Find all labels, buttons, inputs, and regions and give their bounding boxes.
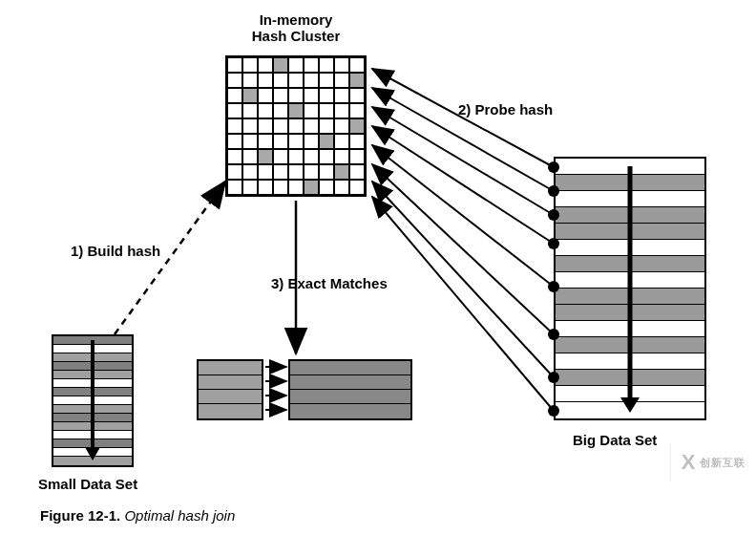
hash-cell xyxy=(319,73,334,88)
probe-arrow xyxy=(372,145,554,287)
hash-cluster-grid xyxy=(225,55,367,197)
hash-cell xyxy=(319,57,334,73)
hash-cell xyxy=(304,88,319,103)
hash-cluster-title: In-memory Hash Cluster xyxy=(220,11,372,44)
hash-cell xyxy=(242,149,258,164)
hash-cell xyxy=(273,149,288,164)
probe-arrow xyxy=(372,69,554,167)
hash-cell xyxy=(273,134,288,149)
hash-cell xyxy=(227,57,242,73)
hash-cell xyxy=(242,118,258,134)
hash-cell xyxy=(349,164,365,180)
figure-caption: Figure 12-1. Optimal hash join xyxy=(40,507,235,524)
hash-cell xyxy=(242,103,258,118)
hash-cell xyxy=(242,164,258,180)
hash-cell xyxy=(334,57,349,73)
hash-cell xyxy=(273,180,288,195)
probe-arrow xyxy=(372,107,554,215)
hash-cell xyxy=(258,118,273,134)
hash-cell xyxy=(334,164,349,180)
hash-cell xyxy=(304,73,319,88)
probe-arrow xyxy=(372,164,554,334)
hash-cell xyxy=(334,134,349,149)
hash-cell xyxy=(227,103,242,118)
hash-cell xyxy=(288,149,304,164)
hash-cell xyxy=(227,73,242,88)
hash-cell xyxy=(227,180,242,195)
hash-cell xyxy=(288,73,304,88)
hash-cell xyxy=(334,88,349,103)
hash-cell xyxy=(258,164,273,180)
small-data-set-label: Small Data Set xyxy=(38,476,137,492)
hash-cell xyxy=(288,134,304,149)
watermark: X 创新互联 xyxy=(670,443,756,482)
hash-cell xyxy=(258,57,273,73)
hash-cell xyxy=(288,88,304,103)
hash-cell xyxy=(304,118,319,134)
hash-cell xyxy=(334,180,349,195)
hash-cell xyxy=(242,57,258,73)
hash-cell xyxy=(304,57,319,73)
match-row xyxy=(290,375,410,390)
hash-cell xyxy=(242,134,258,149)
match-row xyxy=(199,361,262,375)
big-set-down-arrow xyxy=(554,166,706,413)
hash-cell xyxy=(349,73,365,88)
hash-cell xyxy=(242,180,258,195)
hash-cell xyxy=(227,118,242,134)
match-result-big xyxy=(288,359,412,420)
hash-cell xyxy=(288,103,304,118)
hash-cell xyxy=(349,149,365,164)
hash-cluster-title-line2: Hash Cluster xyxy=(220,28,372,44)
hash-cell xyxy=(349,180,365,195)
exact-matches-label: 3) Exact Matches xyxy=(271,275,388,291)
hash-cell xyxy=(319,164,334,180)
hash-cell xyxy=(304,164,319,180)
hash-cell xyxy=(304,134,319,149)
hash-cell xyxy=(273,103,288,118)
hash-cell xyxy=(334,118,349,134)
hash-cell xyxy=(319,149,334,164)
hash-cell xyxy=(319,88,334,103)
hash-cell xyxy=(319,134,334,149)
build-hash-label: 1) Build hash xyxy=(71,243,160,259)
hash-cluster-title-line1: In-memory xyxy=(220,11,372,28)
hash-cell xyxy=(258,103,273,118)
hash-cell xyxy=(334,103,349,118)
hash-cell xyxy=(273,88,288,103)
hash-cell xyxy=(258,73,273,88)
diagram-canvas: In-memory Hash Cluster 1) Build hash 2) … xyxy=(0,0,756,535)
hash-cell xyxy=(227,134,242,149)
watermark-text: 创新互联 xyxy=(700,456,746,470)
match-row xyxy=(290,390,410,404)
hash-cell xyxy=(227,88,242,103)
hash-cell xyxy=(319,118,334,134)
hash-cell xyxy=(242,73,258,88)
hash-cell xyxy=(258,180,273,195)
hash-cell xyxy=(304,180,319,195)
hash-cell xyxy=(273,164,288,180)
hash-cell xyxy=(258,134,273,149)
hash-cell xyxy=(288,57,304,73)
hash-cell xyxy=(319,180,334,195)
hash-cell xyxy=(227,149,242,164)
match-result-small xyxy=(197,359,263,420)
figure-text: Optimal hash join xyxy=(124,507,235,524)
figure-number: Figure 12-1. xyxy=(40,507,120,524)
watermark-icon: X xyxy=(682,450,697,475)
probe-hash-label: 2) Probe hash xyxy=(458,101,553,118)
small-set-down-arrow xyxy=(52,340,134,460)
hash-cell xyxy=(288,180,304,195)
match-row xyxy=(290,404,410,418)
probe-arrow xyxy=(372,182,554,377)
probe-arrow xyxy=(372,126,554,244)
big-data-set-label: Big Data Set xyxy=(573,432,657,448)
match-row xyxy=(199,375,262,390)
match-row xyxy=(199,390,262,404)
match-row xyxy=(290,361,410,375)
hash-cell xyxy=(288,118,304,134)
hash-cell xyxy=(304,103,319,118)
hash-cell xyxy=(349,118,365,134)
hash-cell xyxy=(258,88,273,103)
hash-cell xyxy=(258,149,273,164)
